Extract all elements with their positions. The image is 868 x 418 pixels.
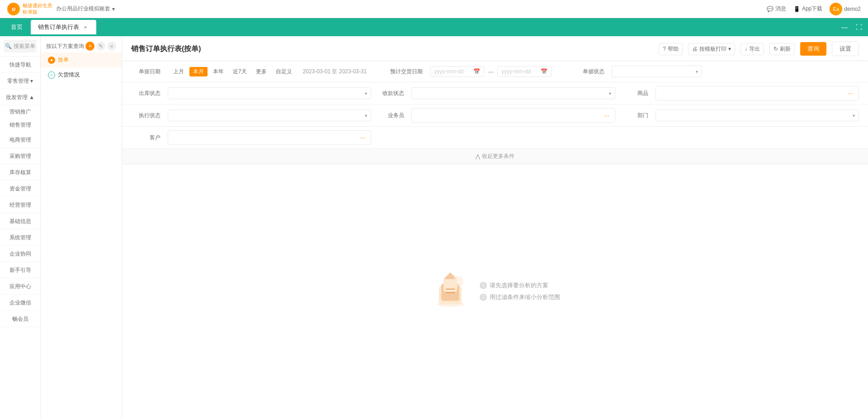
- sidebar-subitem-xiaoshou[interactable]: 销售管理: [0, 119, 40, 132]
- sidebar: 🔍 搜索菜单 快捷导航 零售管理 ▾ 批发管理 ▲ 营销推广 销售管理 电商管理…: [0, 36, 41, 418]
- customer-select[interactable]: ···: [168, 130, 371, 145]
- status-chevron-down-icon: [696, 68, 698, 75]
- help-button[interactable]: ? 帮助: [659, 43, 683, 55]
- recv-status-chevron-down-icon: [609, 90, 611, 96]
- filter-row-1: 单据日期 上月 本月 本年 近7天 更多 自定义 2023-03-01 至 20…: [122, 61, 868, 82]
- user-menu[interactable]: Ea demo2: [830, 3, 861, 15]
- forecast-date-end[interactable]: yyyy-mm-dd 📅: [497, 66, 552, 77]
- sidebar-item-pifa[interactable]: 批发管理 ▲: [0, 89, 40, 105]
- breadcrumb[interactable]: 办公用品行业模拟账套 ▾: [56, 5, 115, 13]
- salesman-cell: 业务员 ···: [375, 108, 615, 123]
- page-header: 销售订单执行表(按单) ? 帮助 🖨 按模板打印 ▾: [122, 36, 868, 61]
- main-body: 按以下方案查询 + ✎ « ● 按单 ○ 欠货情况: [41, 36, 868, 418]
- calendar-icon: 📅: [473, 68, 480, 75]
- tab-bar-right: — ⛶: [839, 22, 864, 33]
- sidebar-item-xitong[interactable]: 系统管理: [0, 229, 40, 246]
- edit-plan-button[interactable]: ✎: [96, 42, 105, 51]
- status-select[interactable]: [612, 66, 702, 77]
- empty-illustration: [430, 270, 471, 312]
- tab-sales-order[interactable]: 销售订单执行表 ×: [31, 20, 96, 34]
- sidebar-item-kucun[interactable]: 库存核算: [0, 164, 40, 180]
- page-actions: ? 帮助 🖨 按模板打印 ▾ ↓ 导出: [659, 42, 859, 56]
- collapse-panel-button[interactable]: «: [107, 42, 116, 51]
- msg-button[interactable]: 💬 消息: [767, 5, 786, 13]
- sidebar-item-yingyong[interactable]: 应用中心: [0, 278, 40, 294]
- sidebar-item-jichu[interactable]: 基础信息: [0, 213, 40, 229]
- date-tab-more[interactable]: 更多: [252, 67, 270, 76]
- dept-cell: 部门: [619, 108, 859, 123]
- sidebar-item-lingshou[interactable]: 零售管理 ▾: [0, 73, 40, 89]
- date-tabs: 上月 本月 本年 近7天 更多 自定义: [170, 67, 296, 76]
- empty-text-area: 1 请先选择要分析的方案 2 用过滤条件来缩小分析范围: [480, 281, 560, 301]
- search-icon: 🔍: [5, 43, 12, 49]
- plan-item-andan[interactable]: ● 按单: [41, 52, 122, 67]
- exec-status-chevron-down-icon: [365, 112, 367, 119]
- customer-cell: 客户 ···: [131, 130, 371, 145]
- help-icon: ?: [663, 46, 666, 52]
- sidebar-item-qiyeweixin[interactable]: 企业微信: [0, 294, 40, 311]
- date-tab-recent7[interactable]: 近7天: [229, 67, 250, 76]
- add-plan-button[interactable]: +: [85, 42, 94, 51]
- filter-row-2: 出库状态 收款状态: [122, 82, 868, 104]
- avatar: Ea: [830, 3, 842, 15]
- svg-text:好: 好: [11, 7, 16, 12]
- exec-status-cell: 执行状态: [131, 108, 371, 123]
- dept-select[interactable]: [656, 109, 859, 121]
- empty-state: 1 请先选择要分析的方案 2 用过滤条件来缩小分析范围: [122, 164, 868, 418]
- recv-status-select[interactable]: [411, 87, 615, 99]
- step2-num: 2: [480, 294, 487, 301]
- salesman-label: 业务员: [375, 112, 404, 119]
- filter-section: 单据日期 上月 本月 本年 近7天 更多 自定义 2023-03-01 至 20…: [122, 61, 868, 164]
- svg-point-9: [453, 276, 463, 287]
- tab-home[interactable]: 首页: [4, 20, 30, 34]
- print-chevron-down-icon: ▾: [728, 46, 731, 52]
- sidebar-item-changhui[interactable]: 畅会员: [0, 311, 40, 327]
- goods-label: 商品: [619, 90, 648, 97]
- exec-status-label: 执行状态: [131, 112, 160, 119]
- filter-row-4: 客户 ···: [122, 127, 868, 148]
- exec-status-select[interactable]: [168, 109, 371, 121]
- salesman-select[interactable]: ···: [411, 108, 615, 123]
- sidebar-item-caigou[interactable]: 采购管理: [0, 148, 40, 164]
- plan-item-qiankuan[interactable]: ○ 欠货情况: [41, 67, 122, 82]
- search-menu-button[interactable]: 🔍 搜索菜单: [4, 40, 37, 52]
- salesman-dots-icon[interactable]: ···: [602, 111, 611, 120]
- sidebar-subitem-yingxiao[interactable]: 营销推广: [0, 105, 40, 119]
- dept-label: 部门: [619, 112, 648, 119]
- collapse-filter-button[interactable]: ⋀ 收起更多条件: [122, 148, 868, 164]
- date-tab-custom[interactable]: 自定义: [272, 67, 296, 76]
- date-range-text: 2023-03-01 至 2023-03-31: [303, 68, 367, 76]
- sidebar-item-xinshou[interactable]: 新手引导: [0, 262, 40, 278]
- date-label: 单据日期: [131, 68, 160, 76]
- refresh-button[interactable]: ↻ 刷新: [769, 43, 795, 55]
- left-panel: 按以下方案查询 + ✎ « ● 按单 ○ 欠货情况: [41, 36, 122, 418]
- recv-status-label: 收款状态: [375, 90, 404, 97]
- out-status-select[interactable]: [168, 87, 371, 99]
- forecast-date-start[interactable]: yyyy-mm-dd 📅: [430, 66, 484, 77]
- window-minimize-button[interactable]: —: [839, 22, 850, 33]
- window-maximize-button[interactable]: ⛶: [854, 22, 864, 33]
- sidebar-item-kuaijie[interactable]: 快捷导航: [0, 57, 40, 73]
- tab-close-icon[interactable]: ×: [82, 24, 89, 31]
- plan-dot-normal: ○: [48, 71, 55, 79]
- collapse-up-icon: ⋀: [476, 153, 480, 160]
- page-title: 销售订单执行表(按单): [131, 44, 201, 54]
- goods-dots-icon[interactable]: ···: [846, 89, 855, 98]
- settings-button[interactable]: 设置: [832, 42, 859, 56]
- print-button[interactable]: 🖨 按模板打印 ▾: [688, 43, 735, 55]
- customer-dots-icon[interactable]: ···: [359, 133, 368, 142]
- app-download-button[interactable]: 📱 App下载: [793, 5, 822, 13]
- sidebar-item-zijin[interactable]: 资金管理: [0, 180, 40, 197]
- forecast-date-label: 预计交货日期: [390, 68, 423, 76]
- date-tab-thisyear[interactable]: 本年: [209, 67, 227, 76]
- date-tab-lastmonth[interactable]: 上月: [170, 67, 188, 76]
- empty-svg: [430, 270, 471, 311]
- export-button[interactable]: ↓ 导出: [741, 43, 764, 55]
- goods-select[interactable]: ···: [656, 86, 859, 100]
- status-section: 单据状态: [575, 66, 859, 77]
- sidebar-item-qiye[interactable]: 企业协同: [0, 246, 40, 262]
- date-tab-thismonth[interactable]: 本月: [189, 67, 208, 76]
- query-button[interactable]: 查询: [800, 42, 826, 56]
- sidebar-item-jingying[interactable]: 经营管理: [0, 197, 40, 213]
- sidebar-item-dianshang[interactable]: 电商管理: [0, 132, 40, 148]
